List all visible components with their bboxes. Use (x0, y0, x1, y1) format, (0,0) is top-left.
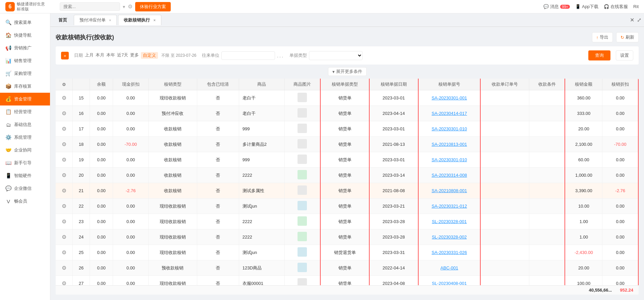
cell-cancel-bill-no[interactable]: SA-20210813-001 (418, 137, 481, 152)
cell-gear[interactable]: ⚙ (56, 183, 72, 199)
sidebar-item-inventory[interactable]: 📦库存核算 (0, 80, 50, 93)
tab-label-home: 首页 (58, 17, 67, 23)
cell-gear[interactable]: ⚙ (56, 199, 72, 214)
date-link-custom[interactable]: 自定义 (141, 52, 158, 59)
cell-cancel-bill-no[interactable]: SA-20230301-010 (418, 121, 481, 137)
sidebar-item-search-menu[interactable]: 🔍搜索菜单 (0, 16, 50, 29)
filter-toggle-btn[interactable]: » (61, 52, 69, 59)
cell-cancel-bill-type: 销货单 (320, 168, 369, 183)
cell-cancel-bill-no[interactable]: SA-20230331-026 (418, 245, 481, 260)
bill-type-select[interactable] (309, 51, 363, 60)
cell-rownum: 20 (72, 168, 90, 183)
sidebar-item-vip[interactable]: V畅会员 (0, 195, 50, 208)
cell-cancel-discount: 0.00 (602, 229, 638, 245)
cell-receipt-cond (529, 214, 565, 229)
message-btn[interactable]: 💬 消息 99+ (543, 4, 570, 10)
cell-gear[interactable]: ⚙ (56, 260, 72, 276)
tab-close-collection[interactable]: × (153, 18, 155, 22)
expand-more-btn[interactable]: ▾ 展开更多条件 (328, 67, 367, 76)
cell-cancel-bill-no[interactable]: SA-20230301-001 (418, 90, 481, 106)
user-avatar[interactable]: Rit (633, 4, 639, 9)
tab-home[interactable]: 首页 (53, 15, 72, 25)
cell-gear[interactable]: ⚙ (56, 152, 72, 168)
sidebar-item-corp-collab[interactable]: 🤝企业协同 (0, 144, 50, 157)
sidebar-item-smart-hw[interactable]: 📱智能硬件 (0, 169, 50, 182)
sidebar-icon-biz-mgmt: 📋 (5, 109, 11, 115)
company-input[interactable] (221, 51, 275, 60)
top-search-input[interactable] (60, 2, 120, 11)
cell-cancel-bill-no[interactable]: SA-20230414-017 (418, 106, 481, 121)
sidebar-item-sales-mgmt[interactable]: 📊销售管理 (0, 54, 50, 67)
cell-gear[interactable]: ⚙ (56, 106, 72, 121)
sidebar-item-quick-nav[interactable]: 🏠快捷导航 (0, 29, 50, 42)
cell-cancel-bill-no[interactable]: SL-20230328-002 (418, 229, 481, 245)
user-name: Rit (633, 4, 639, 9)
cell-gear[interactable]: ⚙ (56, 214, 72, 229)
cell-gear[interactable]: ⚙ (56, 137, 72, 152)
sidebar-item-finance[interactable]: 💰资金管理 (0, 93, 50, 105)
cell-cancel-bill-no[interactable]: SA-20230301-010 (418, 152, 481, 168)
tab-close-prepay[interactable]: × (109, 18, 111, 22)
date-link-7days[interactable]: 近7天 (117, 52, 128, 59)
table-wrapper[interactable]: ⚙ 余额 现金折扣 核销类型 包含已结清 商品 商品图片 核销单据类型 核销单据… (56, 79, 639, 285)
filter-settings-btn[interactable]: 设置 (616, 50, 633, 60)
cell-included-settled: 否 (197, 229, 239, 245)
cell-cancel-bill-no[interactable]: SL-20230408-001 (418, 276, 481, 286)
cell-cash-discount: 0.00 (113, 121, 148, 137)
sidebar-item-purchase-mgmt[interactable]: 🛒采购管理 (0, 67, 50, 80)
sidebar-icon-corp-collab: 🤝 (5, 147, 11, 153)
cell-cancel-bill-no[interactable]: SA-20210808-001 (418, 183, 481, 199)
cell-cancel-bill-date: 2023-03-21 (369, 199, 418, 214)
date-link-more[interactable]: 更多 (130, 52, 139, 59)
cell-goods: 2222 (239, 168, 284, 183)
sidebar-item-sys-mgmt[interactable]: ⚙️系统管理 (0, 131, 50, 144)
close-tab-btn[interactable]: ✕ (630, 17, 634, 23)
refresh-btn[interactable]: ↻ 刷新 (616, 32, 639, 42)
dropdown-icon[interactable]: ▾ (123, 4, 125, 9)
tab-prepay[interactable]: 预付冲应付单× (74, 15, 117, 25)
online-service-btn[interactable]: 🎧 在线客服 (604, 4, 628, 10)
sidebar-label-sys-mgmt: 系统管理 (14, 134, 32, 140)
sidebar-item-marketing[interactable]: 📢营销推广 (0, 42, 50, 54)
sidebar-item-wechat-corp[interactable]: 💬企业微信 (0, 182, 50, 195)
cell-goods: 测试jun (239, 199, 284, 214)
sidebar-item-beginner[interactable]: 📖新手引导 (0, 157, 50, 169)
maximize-tab-btn[interactable]: ⤢ (637, 17, 641, 23)
industry-btn[interactable]: 休验行业方案 (135, 2, 171, 11)
cell-cancel-bill-no[interactable]: SA-20230321-012 (418, 199, 481, 214)
cell-rownum: 25 (72, 245, 90, 260)
cell-cancel-discount: -2.76 (602, 183, 638, 199)
tab-collection[interactable]: 收款核销执行× (118, 15, 161, 25)
date-link-this-year[interactable]: 本年 (106, 52, 115, 59)
cell-gear[interactable]: ⚙ (56, 276, 72, 286)
cell-cancel-bill-no[interactable]: ABC-001 (418, 260, 481, 276)
export-btn[interactable]: ↑ 导出 (592, 32, 613, 42)
cell-cancel-discount: 0.00 (602, 152, 638, 168)
query-btn[interactable]: 查询 (588, 50, 610, 60)
cell-gear[interactable]: ⚙ (56, 121, 72, 137)
app-download-btn[interactable]: 📱 App下载 (575, 4, 598, 10)
data-table: ⚙ 余额 现金折扣 核销类型 包含已结清 商品 商品图片 核销单据类型 核销单据… (56, 79, 639, 285)
cell-cancel-discount: -70.00 (602, 137, 638, 152)
cell-receipt-cond (529, 276, 565, 286)
cell-rownum: 21 (72, 183, 90, 199)
sidebar-label-smart-hw: 智能硬件 (14, 173, 32, 179)
table-row: ⚙ 16 0.00 0.00 预付冲应收 否 老白干 销货单 2023-04-1… (56, 106, 638, 121)
cell-cancel-type: 预收款核销 (149, 260, 197, 276)
date-link-this-month[interactable]: 本月 (96, 52, 104, 59)
date-link-last-month[interactable]: 上月 (85, 52, 94, 59)
cell-cancel-bill-type: 销货单 (320, 106, 369, 121)
sidebar-item-biz-mgmt[interactable]: 📋经营管理 (0, 105, 50, 118)
settings-top-icon[interactable]: ⚙ (128, 3, 132, 10)
cell-cancel-bill-no[interactable]: SA-20230314-008 (418, 168, 481, 183)
cell-gear[interactable]: ⚙ (56, 245, 72, 260)
cell-cancel-amount: 100.00 (565, 276, 602, 286)
cell-gear[interactable]: ⚙ (56, 229, 72, 245)
cell-receipt-cond (529, 260, 565, 276)
sidebar-item-basic-info[interactable]: 🗂基础信息 (0, 118, 50, 131)
cell-cancel-bill-no[interactable]: SL-20230328-001 (418, 214, 481, 229)
cell-gear[interactable]: ⚙ (56, 90, 72, 106)
table-row: ⚙ 15 0.00 0.00 现结收款核销 否 老白干 销货单 2023-03-… (56, 90, 638, 106)
cell-gear[interactable]: ⚙ (56, 168, 72, 183)
sidebar-label-basic-info: 基础信息 (14, 122, 32, 128)
